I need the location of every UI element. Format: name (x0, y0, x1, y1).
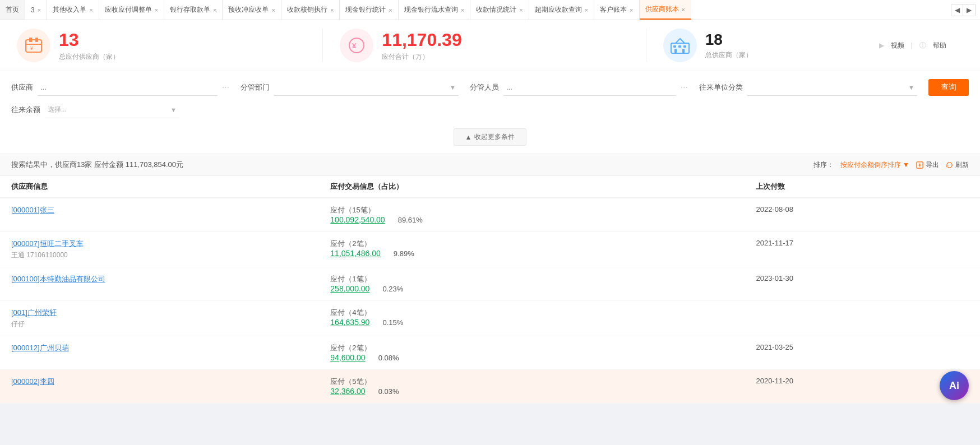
table-header: 供应商信息 应付交易信息（占比） 上次付数 (0, 176, 980, 198)
filter-item-dept: 分管部门 ▼ (241, 79, 459, 96)
dept-filter-label: 分管部门 (241, 82, 270, 92)
nav-tab-home-label: 首页 (6, 5, 19, 15)
supplier-info-col: [000002]李四 (11, 377, 330, 388)
nav-tab-customer-ledger-close[interactable]: × (630, 7, 633, 13)
refresh-label: 刷新 (955, 160, 969, 170)
nav-next-arrow[interactable]: ▶ (963, 4, 976, 16)
supplier-filter-input[interactable] (38, 79, 218, 96)
transaction-label: 应付（4笔） (330, 308, 756, 318)
transaction-amount[interactable]: 94,600.00 (330, 353, 365, 362)
nav-tab-customer-ledger[interactable]: 客户账本 × (594, 0, 639, 20)
export-button[interactable]: 导出 (916, 160, 939, 170)
nav-tab-prepay-close[interactable]: × (271, 7, 275, 13)
transaction-amount[interactable]: 258,000.00 (330, 284, 369, 293)
svg-rect-0 (26, 40, 41, 52)
nav-tab-cash-bank-stats-close[interactable]: × (389, 7, 392, 13)
svg-rect-11 (674, 49, 677, 53)
supplier-info-col: [000012]广州贝瑞 (11, 343, 330, 355)
summary-text-total-payable: 11,170.39 应付合计（万） (382, 30, 461, 62)
nav-tab-adjustments[interactable]: 应收应付调整单 × (99, 0, 164, 20)
transaction-pct: 0.23% (382, 285, 403, 293)
transaction-pct: 0.15% (382, 318, 403, 327)
nav-tab-bank-deposit-label: 银行存取款单 (170, 5, 210, 15)
supplier-info-col: [000001]张三 (11, 205, 330, 217)
transaction-amount[interactable]: 100,092,540.00 (330, 215, 385, 224)
nav-tab-other-income-close[interactable]: × (89, 7, 93, 13)
collapse-button[interactable]: ▲ 收起更多条件 (454, 128, 527, 146)
nav-tab-bank-deposit[interactable]: 银行存取款单 × (164, 0, 223, 20)
transaction-col: 应付（5笔） 32,366.00 0.03% (330, 377, 756, 396)
collapse-up-icon: ▲ (465, 133, 472, 141)
supplier-filter-label: 供应商 (11, 82, 33, 92)
supplier-link[interactable]: [000002]李四 (11, 377, 330, 387)
table-row: [000001]张三 应付（15笔） 100,092,540.00 89.61%… (0, 198, 980, 232)
help-link[interactable]: 帮助 (933, 41, 946, 50)
nav-tab-other-income[interactable]: 其他收入单 × (47, 0, 99, 20)
header-lastpay: 上次付数 (756, 182, 969, 192)
nav-tab-cash-bank-stats[interactable]: 现金银行统计 × (340, 0, 398, 20)
balance-filter-select[interactable]: 选择... ▼ (45, 101, 179, 118)
lastpay-col: 2020-11-20 (756, 377, 969, 385)
nav-tab-collection-stats-close[interactable]: × (519, 7, 523, 13)
person-filter-input[interactable] (503, 79, 676, 96)
category-filter-label: 往来单位分类 (699, 82, 743, 92)
last-pay-date: 2023-01-30 (756, 274, 793, 282)
transaction-amount[interactable]: 164,635.90 (330, 318, 369, 327)
supplier-link[interactable]: [000012]广州贝瑞 (11, 343, 330, 353)
nav-tab-supplier-ledger[interactable]: 供应商账本 × (640, 0, 691, 20)
nav-tab-cash-bank-stats-label: 现金银行统计 (345, 5, 386, 15)
nav-tab-prepay[interactable]: 预收冲应收单 × (223, 0, 281, 20)
nav-tab-collection[interactable]: 收款核销执行 × (281, 0, 340, 20)
svg-rect-8 (673, 45, 676, 48)
supplier-link[interactable]: [000100]本特勤油品有限公司 (11, 274, 330, 284)
nav-prev-arrow[interactable]: ◀ (951, 4, 963, 16)
ai-assistant-button[interactable]: Ai (940, 371, 969, 400)
refresh-button[interactable]: 刷新 (946, 160, 969, 170)
svg-rect-12 (682, 49, 685, 53)
nav-tab-collection-stats[interactable]: 收款情况统计 × (470, 0, 529, 20)
supplier-link[interactable]: [000007]恒旺二手叉车 (11, 239, 330, 249)
result-actions: 排序： 按应付余额倒序排序 ▼ 导出 刷新 (813, 160, 969, 170)
nav-tab-cash-bank-flow[interactable]: 现金银行流水查询 × (399, 0, 470, 20)
help-icon: ⓘ (919, 41, 926, 50)
nav-tab-supplier-ledger-label: 供应商账本 (645, 4, 679, 14)
person-filter-label: 分管人员 (470, 82, 499, 92)
table-row: [001]广州荣轩 仔仔 应付（4笔） 164,635.90 0.15% (0, 301, 980, 336)
nav-tab-3[interactable]: 3 × (25, 0, 47, 20)
last-pay-date: 2021-11-17 (756, 239, 793, 247)
transaction-label: 应付（2笔） (330, 239, 756, 249)
nav-tab-collection-close[interactable]: × (330, 7, 334, 13)
transaction-row: 11,051,486.00 9.89% (330, 249, 756, 258)
dept-chevron-icon: ▼ (450, 84, 456, 91)
nav-tab-home[interactable]: 首页 (0, 0, 25, 20)
nav-tab-supplier-ledger-close[interactable]: × (682, 6, 685, 13)
nav-tab-overdue[interactable]: 超期应收款查询 × (529, 0, 594, 20)
supplier-link[interactable]: [001]广州荣轩 (11, 308, 330, 318)
query-button[interactable]: 查询 (928, 79, 969, 96)
video-link[interactable]: 视频 (891, 41, 904, 50)
summary-icon-total-suppliers (663, 29, 697, 62)
filter-row-1: 供应商 ··· 分管部门 ▼ 分管人员 ··· 往来单位分类 ▼ 查询 (11, 79, 969, 96)
category-chevron-icon: ▼ (908, 84, 914, 91)
summary-text-payable-suppliers: 13 总应付供应商（家） (59, 30, 119, 62)
sort-value-text: 按应付余额倒序排序 (840, 161, 901, 169)
nav-tab-prepay-label: 预收冲应收单 (228, 5, 269, 15)
result-bar: 搜索结果中，供应商13家 应付金额 111,703,854.00元 排序： 按应… (0, 154, 980, 176)
summary-number-total-payable: 11,170.39 (382, 30, 461, 50)
transaction-amount[interactable]: 11,051,486.00 (330, 249, 381, 258)
nav-tab-overdue-close[interactable]: × (585, 7, 588, 13)
nav-tab-cash-bank-flow-close[interactable]: × (461, 7, 464, 13)
transaction-row: 32,366.00 0.03% (330, 387, 756, 396)
transaction-amount[interactable]: 32,366.00 (330, 387, 365, 396)
category-filter-select[interactable]: ▼ (747, 79, 917, 96)
nav-tab-3-close[interactable]: × (38, 7, 41, 13)
nav-tab-collection-stats-label: 收款情况统计 (476, 5, 516, 15)
balance-placeholder: 选择... (48, 105, 67, 114)
sort-value[interactable]: 按应付余额倒序排序 ▼ (840, 160, 909, 170)
supplier-link[interactable]: [000001]张三 (11, 205, 330, 215)
nav-tab-bank-deposit-close[interactable]: × (213, 7, 216, 13)
export-label: 导出 (926, 160, 939, 170)
nav-tab-collection-label: 收款核销执行 (287, 5, 327, 15)
dept-filter-select[interactable]: ▼ (274, 79, 459, 96)
nav-tab-adjustments-close[interactable]: × (155, 7, 158, 13)
